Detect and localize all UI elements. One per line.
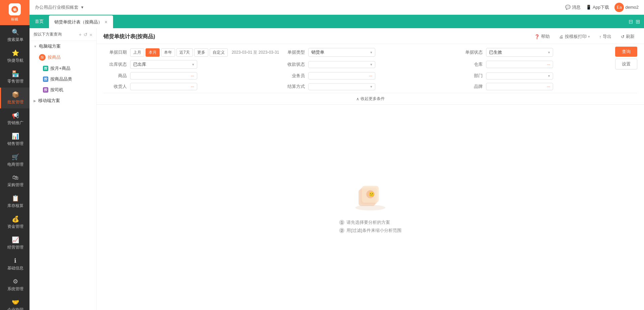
consignee-more-icon[interactable]: ··· bbox=[191, 84, 194, 89]
help-button[interactable]: ❓ 帮助 bbox=[532, 32, 552, 41]
filter-row-1: 单据日期 上月 本月 本年 近7天 更多 自定义 2023-03-01 至 20… bbox=[103, 48, 637, 57]
tree-item-label: 按月+商品 bbox=[50, 65, 70, 71]
user-initial: Ea bbox=[617, 5, 622, 10]
consignee-input[interactable]: ··· bbox=[130, 83, 197, 90]
enterprise-icon: 🤝 bbox=[12, 299, 19, 306]
sidebar-item-purchase[interactable]: 🛍 采购管理 bbox=[0, 171, 30, 191]
left-panel-title: 按以下方案查询 bbox=[34, 32, 62, 37]
this-year-button[interactable]: 本年 bbox=[161, 48, 175, 57]
filter-cell-salesperson: 业务员 ··· bbox=[281, 72, 460, 80]
tree-item-label: 按商品 bbox=[48, 54, 61, 60]
query-button[interactable]: 查询 bbox=[615, 47, 637, 57]
header-right: 💬 消息 📱 App下载 Ea demo2 bbox=[565, 3, 639, 12]
left-panel-icons: + ↺ « bbox=[79, 32, 92, 37]
sidebar-item-label: 采购管理 bbox=[7, 182, 23, 188]
sidebar-item-label: 营销推广 bbox=[7, 120, 23, 126]
warehouse-status-select[interactable]: 已出库 ▾ bbox=[130, 60, 197, 69]
window-minimize-icon[interactable]: ⊟ bbox=[629, 18, 633, 25]
collapse-panel-icon[interactable]: « bbox=[90, 32, 92, 37]
brand-more-icon[interactable]: ··· bbox=[547, 84, 550, 89]
user-name: demo2 bbox=[625, 5, 639, 10]
sidebar-item-basic[interactable]: ℹ 基础信息 bbox=[0, 254, 30, 274]
filter-cell-warehouse-status: 出库状态 已出库 ▾ bbox=[103, 60, 281, 69]
chart-icon: 📊 bbox=[12, 133, 19, 140]
window-maximize-icon[interactable]: ⊞ bbox=[636, 18, 640, 25]
tree-item-by-goods[interactable]: 按 按商品 bbox=[30, 52, 96, 63]
print-button[interactable]: 🖨 按模板打印 ▾ bbox=[556, 32, 593, 41]
this-month-button[interactable]: 本月 bbox=[146, 48, 160, 57]
tree-item-pc[interactable]: ▼ 电脑端方案 bbox=[30, 41, 96, 52]
tab-home[interactable]: 首页 bbox=[30, 15, 49, 28]
warehouse-input[interactable]: ··· bbox=[486, 61, 553, 68]
goods-more-icon[interactable]: ··· bbox=[191, 73, 194, 78]
sidebar-item-label: 库存核算 bbox=[7, 203, 23, 209]
tree-item-by-month-goods[interactable]: 按 按月+商品 bbox=[30, 63, 96, 74]
sidebar-item-label: 零售管理 bbox=[7, 79, 23, 84]
money-icon: 💰 bbox=[12, 215, 19, 223]
help-label: 帮助 bbox=[541, 34, 550, 40]
doc-status-select[interactable]: 已生效 ▾ bbox=[486, 48, 553, 57]
star-icon: ⭐ bbox=[12, 49, 19, 57]
filter-cell-doc-type: 单据类型 销货单 ▾ bbox=[281, 48, 460, 57]
date-range-text: 2023-03-01 至 2023-03-31 bbox=[232, 50, 279, 55]
refresh-button[interactable]: ↺ 刷新 bbox=[618, 32, 637, 41]
settlement-select[interactable]: ▾ bbox=[308, 83, 375, 90]
salesperson-more-icon[interactable]: ··· bbox=[369, 73, 372, 78]
sidebar-item-ecommerce[interactable]: 🛒 电商管理 bbox=[0, 150, 30, 171]
settings-button[interactable]: 设置 bbox=[615, 59, 637, 69]
filter-area: 单据日期 上月 本月 本年 近7天 更多 自定义 2023-03-01 至 20… bbox=[97, 44, 644, 105]
goods-label: 商品 bbox=[103, 73, 130, 79]
sidebar-item-marketing[interactable]: 📢 营销推广 bbox=[0, 108, 30, 129]
store-icon: 🏪 bbox=[12, 70, 19, 78]
add-scheme-icon[interactable]: + bbox=[79, 32, 82, 37]
refresh-scheme-icon[interactable]: ↺ bbox=[84, 32, 88, 37]
warehouse-more-icon[interactable]: ··· bbox=[547, 62, 550, 67]
tree-item-mobile[interactable]: ▶ 移动端方案 bbox=[30, 95, 96, 106]
export-button[interactable]: ↑ 导出 bbox=[597, 32, 614, 41]
settlement-label: 结算方式 bbox=[281, 84, 308, 90]
payment-status-select[interactable]: ▾ bbox=[308, 61, 375, 68]
tip-num-2: 2 bbox=[339, 228, 344, 233]
sidebar-item-sales[interactable]: 📊 销售管理 bbox=[0, 129, 30, 150]
last7days-button[interactable]: 近7天 bbox=[176, 48, 193, 57]
user-menu[interactable]: Ea demo2 bbox=[614, 3, 639, 12]
export-icon: ↑ bbox=[599, 34, 602, 39]
salesperson-input[interactable]: ··· bbox=[308, 72, 375, 80]
tree-item-by-cashier[interactable]: 按 按司机 bbox=[30, 85, 96, 95]
left-panel: 按以下方案查询 + ↺ « ▼ 电脑端方案 按 按商品 按 按月 bbox=[30, 28, 97, 310]
goods-input[interactable]: ··· bbox=[130, 72, 197, 80]
page-title: 销货单统计表(按商品) bbox=[103, 33, 155, 40]
tree-item-label: 移动端方案 bbox=[38, 98, 60, 104]
sidebar-item-enterprise[interactable]: 🤝 企业协同 bbox=[0, 295, 30, 310]
sidebar-item-system[interactable]: ⚙ 系统管理 bbox=[0, 274, 30, 295]
collapse-filter-button[interactable]: ∧ 收起更多条件 bbox=[103, 93, 637, 104]
doc-type-select[interactable]: 销货单 ▾ bbox=[308, 48, 375, 57]
sidebar-item-search[interactable]: 🔍 搜索菜单 bbox=[0, 25, 30, 46]
filter-cell-doc-status: 单据状态 已生效 ▾ 查询 设置 bbox=[459, 48, 637, 57]
tab-sales-stats[interactable]: 销货单统计表（按商品） ✕ bbox=[49, 15, 113, 29]
sidebar-item-wholesale[interactable]: 📦 批发管理 bbox=[0, 88, 30, 108]
sidebar-item-quick-nav[interactable]: ⭐ 快捷导航 bbox=[0, 46, 30, 67]
tree-item-label: 电脑端方案 bbox=[39, 43, 61, 49]
message-button[interactable]: 💬 消息 bbox=[565, 4, 581, 10]
tab-close-icon[interactable]: ✕ bbox=[104, 20, 108, 24]
dept-select[interactable]: ▾ bbox=[486, 72, 553, 80]
dropdown-icon[interactable]: ▾ bbox=[81, 5, 84, 10]
filter-cell-goods: 商品 ··· bbox=[103, 72, 281, 80]
sidebar-item-inventory[interactable]: 📋 库存核算 bbox=[0, 191, 30, 212]
brand-input[interactable]: ··· bbox=[486, 83, 553, 90]
sidebar-logo: 畅 标账 bbox=[0, 0, 30, 25]
sidebar-item-operation[interactable]: 📈 经营管理 bbox=[0, 233, 30, 254]
more-date-button[interactable]: 更多 bbox=[194, 48, 208, 57]
active-badge: 按 bbox=[39, 54, 46, 61]
message-label: 消息 bbox=[572, 4, 581, 10]
sidebar-item-retail[interactable]: 🏪 零售管理 bbox=[0, 67, 30, 88]
app-download-button[interactable]: 📱 App下载 bbox=[586, 4, 609, 10]
tree-item-by-goods-cat[interactable]: 按 按商品品类 bbox=[30, 74, 96, 85]
prev-month-button[interactable]: 上月 bbox=[130, 48, 144, 57]
consignee-label: 收货人 bbox=[103, 84, 130, 90]
doc-type-value: 销货单 bbox=[311, 49, 324, 55]
custom-date-button[interactable]: 自定义 bbox=[210, 48, 228, 57]
sidebar-item-finance[interactable]: 💰 资金管理 bbox=[0, 212, 30, 233]
tabs-bar: 首页 销货单统计表（按商品） ✕ ⊟ ⊞ bbox=[30, 15, 644, 28]
